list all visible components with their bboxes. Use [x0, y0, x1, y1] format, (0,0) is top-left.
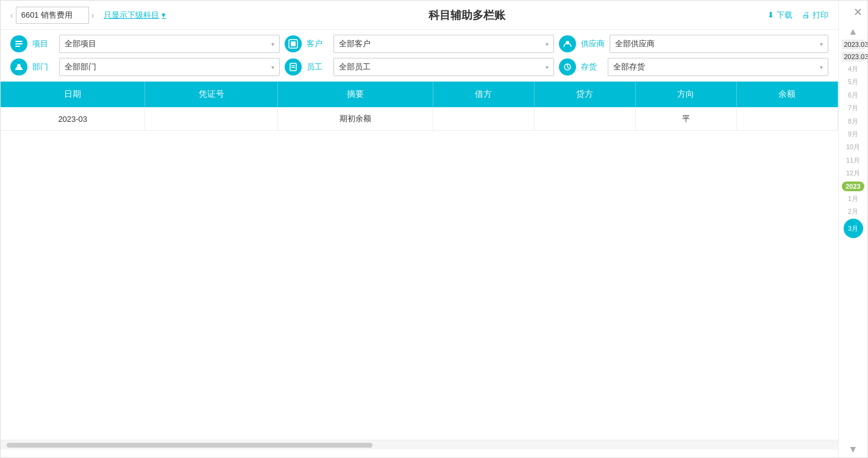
svg-rect-8 [291, 65, 295, 66]
sidebar-month-3[interactable]: 3月 [844, 219, 863, 238]
svg-rect-2 [15, 46, 20, 47]
show-sub-button[interactable]: 只显示下级科目 ▾ [104, 10, 166, 21]
table-header-row: 日期 凭证号 摘要 借方 贷方 方向 余额 [1, 82, 838, 107]
project-label: 项目 [32, 38, 54, 49]
customer-select[interactable]: 全部客户 ▾ [333, 35, 554, 53]
col-debit: 借方 [433, 82, 534, 107]
customer-label: 客户 [307, 38, 329, 49]
sidebar-month-1[interactable]: 1月 [842, 192, 865, 205]
supplier-label: 供应商 [581, 38, 605, 49]
year-badge: 2023 [842, 181, 864, 191]
filter-inventory: 存货 全部存货 ▾ [559, 58, 828, 76]
customer-value: 全部客户 [339, 38, 371, 49]
right-sidebar: ✕ ▲ 2023.03 2023.03 4月 5月 6月 7月 8月 9月 10… [838, 1, 867, 457]
nav-prev-icon[interactable]: ‹ [10, 10, 13, 20]
sidebar-month-10[interactable]: 10月 [842, 141, 865, 153]
close-icon[interactable]: ✕ [851, 3, 865, 21]
cell-balance [736, 107, 838, 131]
svg-rect-4 [291, 41, 296, 46]
col-date: 日期 [1, 82, 145, 107]
supplier-value: 全部供应商 [615, 38, 655, 49]
employee-select[interactable]: 全部员工 ▾ [333, 58, 554, 76]
sidebar-month-5[interactable]: 5月 [842, 76, 865, 88]
cell-summary: 期初余额 [278, 107, 433, 131]
inventory-label: 存货 [581, 62, 603, 72]
toolbar-right: ⬇ 下载 🖨 打印 [767, 10, 828, 21]
col-direction: 方向 [635, 82, 736, 107]
filter-department: 部门 全部部门 ▾ [10, 58, 280, 76]
sidebar-month-11[interactable]: 11月 [842, 154, 865, 167]
svg-rect-0 [15, 41, 23, 42]
sidebar-up-icon[interactable]: ▲ [848, 26, 858, 37]
main-content: ‹ 6601 销售费用 › 只显示下级科目 ▾ 科目辅助多栏账 ⬇ 下载 🖨 打… [1, 1, 838, 449]
filters: 项目 全部项目 ▾ 客户 全部客户 ▾ 供应 [1, 30, 838, 82]
page-title: 科目辅助多栏账 [166, 8, 767, 23]
svg-rect-1 [15, 43, 23, 44]
nav-next-icon[interactable]: › [91, 10, 94, 20]
employee-arrow: ▾ [546, 64, 549, 71]
customer-arrow: ▾ [546, 41, 549, 48]
sidebar-month-12[interactable]: 12月 [842, 167, 865, 180]
department-arrow: ▾ [271, 64, 274, 71]
table-container[interactable]: 日期 凭证号 摘要 借方 贷方 方向 余额 2023-03 期初余额 [1, 82, 838, 440]
project-select[interactable]: 全部项目 ▾ [59, 35, 280, 53]
inventory-value: 全部存货 [613, 62, 645, 72]
show-sub-label: 只显示下级科目 [104, 10, 159, 21]
inventory-arrow: ▾ [820, 64, 823, 71]
filter-customer: 客户 全部客户 ▾ [285, 35, 554, 53]
col-balance: 余额 [736, 82, 838, 107]
sidebar-months: ▲ 2023.03 2023.03 4月 5月 6月 7月 8月 9月 10月 … [839, 26, 867, 457]
project-value: 全部项目 [65, 38, 96, 49]
employee-icon [285, 58, 302, 76]
sidebar-month-6[interactable]: 6月 [842, 89, 865, 102]
sidebar-month-8[interactable]: 8月 [842, 115, 865, 128]
scrollbar-track [7, 443, 372, 448]
table-row: 2023-03 期初余额 平 [1, 107, 838, 131]
show-sub-arrow: ▾ [162, 10, 166, 19]
sidebar-month-2[interactable]: 2月 [842, 205, 865, 218]
customer-icon [285, 35, 302, 52]
col-credit: 贷方 [534, 82, 635, 107]
app-container: ✕ ▲ 2023.03 2023.03 4月 5月 6月 7月 8月 9月 10… [0, 0, 868, 458]
print-icon: 🖨 [802, 10, 810, 19]
department-select[interactable]: 全部部门 ▾ [59, 58, 280, 76]
bottom-scrollbar[interactable] [1, 440, 838, 449]
inventory-select[interactable]: 全部存货 ▾ [608, 58, 828, 76]
employee-label: 员工 [307, 62, 329, 72]
col-voucher: 凭证号 [145, 82, 278, 107]
table-body: 2023-03 期初余额 平 [1, 107, 838, 131]
cell-voucher [145, 107, 278, 131]
supplier-icon [559, 35, 576, 52]
cell-credit [534, 107, 635, 131]
sidebar-month-9[interactable]: 9月 [842, 128, 865, 141]
sidebar-month-7[interactable]: 7月 [842, 102, 865, 114]
download-label: 下载 [777, 10, 792, 21]
department-label: 部门 [32, 62, 54, 72]
supplier-arrow: ▾ [820, 41, 823, 48]
sidebar-period-top1[interactable]: 2023.03 [842, 40, 865, 49]
header: ‹ 6601 销售费用 › 只显示下级科目 ▾ 科目辅助多栏账 ⬇ 下载 🖨 打… [1, 1, 838, 30]
cell-direction: 平 [635, 107, 736, 131]
filter-supplier: 供应商 全部供应商 ▾ [559, 35, 828, 53]
department-value: 全部部门 [65, 62, 96, 72]
department-icon [10, 58, 27, 76]
filter-project: 项目 全部项目 ▾ [10, 35, 280, 53]
sidebar-down-icon[interactable]: ▼ [848, 444, 858, 455]
supplier-select[interactable]: 全部供应商 ▾ [610, 35, 828, 53]
download-icon: ⬇ [767, 10, 774, 19]
filter-employee: 员工 全部员工 ▾ [285, 58, 554, 76]
print-label: 打印 [813, 10, 828, 21]
print-button[interactable]: 🖨 打印 [802, 10, 828, 21]
project-arrow: ▾ [271, 41, 274, 48]
sidebar-month-4[interactable]: 4月 [842, 63, 865, 76]
col-summary: 摘要 [278, 82, 433, 107]
cell-date: 2023-03 [1, 107, 145, 131]
sidebar-period-top2[interactable]: 2023.03 [842, 52, 865, 62]
account-code[interactable]: 6601 销售费用 [16, 7, 89, 24]
svg-rect-9 [291, 67, 295, 68]
cell-debit [433, 107, 534, 131]
download-button[interactable]: ⬇ 下载 [767, 10, 792, 21]
data-table: 日期 凭证号 摘要 借方 贷方 方向 余额 2023-03 期初余额 [1, 82, 838, 131]
employee-value: 全部员工 [339, 62, 371, 72]
project-icon [10, 35, 27, 52]
